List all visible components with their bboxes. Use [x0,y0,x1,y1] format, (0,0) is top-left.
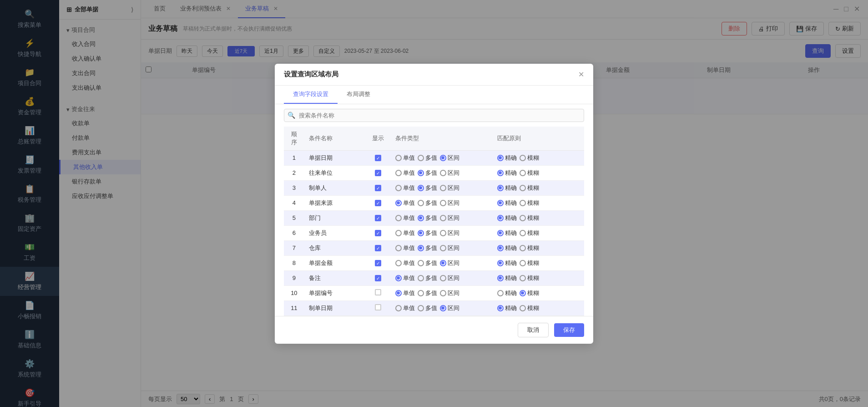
checkbox-checked[interactable]: ✓ [375,245,381,251]
radio-type-多值[interactable]: 多值 [418,154,437,162]
modal-table-container: 顺序 条件名称 显示 条件类型 匹配原则 1单据日期✓单值多值区间精确模糊2往来… [275,127,593,316]
radio-type-单值[interactable]: 单值 [395,214,415,222]
radio-circle [418,185,424,191]
radio-type-多值[interactable]: 多值 [418,259,437,267]
radio-match-模糊[interactable]: 模糊 [520,244,539,252]
radio-type-区间[interactable]: 区间 [440,154,459,162]
radio-circle [440,155,446,161]
radio-match-精确[interactable]: 精确 [497,154,517,162]
modal-cancel-button[interactable]: 取消 [518,323,549,337]
radio-type-多值[interactable]: 多值 [418,229,437,237]
radio-type-多值[interactable]: 多值 [418,304,437,312]
radio-type-单值[interactable]: 单值 [395,244,415,252]
radio-type-单值[interactable]: 单值 [395,169,415,177]
radio-type-区间[interactable]: 区间 [440,244,459,252]
radio-circle [497,290,504,296]
radio-type-区间[interactable]: 区间 [440,214,459,222]
table-row: 1单据日期✓单值多值区间精确模糊 [284,150,584,165]
radio-type-区间[interactable]: 区间 [440,169,459,177]
radio-match-精确[interactable]: 精确 [497,289,517,297]
radio-type-单值[interactable]: 单值 [395,199,415,207]
modal-tab-fields[interactable]: 查询字段设置 [284,86,338,104]
radio-type-单值[interactable]: 单值 [395,229,415,237]
radio-match-模糊[interactable]: 模糊 [520,289,539,297]
radio-circle [497,275,504,281]
radio-circle [395,185,402,191]
checkbox-checked[interactable]: ✓ [375,260,381,266]
radio-circle [520,290,526,296]
checkbox-empty[interactable] [375,304,381,310]
radio-match-精确[interactable]: 精确 [497,304,517,312]
radio-type-单值[interactable]: 单值 [395,154,415,162]
radio-type-多值[interactable]: 多值 [418,169,437,177]
radio-match-精确[interactable]: 精确 [497,214,517,222]
radio-match-模糊[interactable]: 模糊 [520,169,539,177]
modal-body: 查询字段设置 布局调整 🔍 顺序 条件名称 [275,86,593,316]
radio-type-区间[interactable]: 区间 [440,259,459,267]
radio-circle [395,200,402,206]
radio-circle [497,155,504,161]
radio-type-区间[interactable]: 区间 [440,289,459,297]
modal-tab-layout[interactable]: 布局调整 [338,86,379,104]
radio-type-单值[interactable]: 单值 [395,184,415,192]
radio-circle [520,260,526,266]
radio-match-模糊[interactable]: 模糊 [520,199,539,207]
radio-circle [520,230,526,236]
radio-match-精确[interactable]: 精确 [497,229,517,237]
modal-search-input[interactable] [284,109,584,122]
radio-type-区间[interactable]: 区间 [440,304,459,312]
modal-save-button[interactable]: 保存 [554,323,584,337]
radio-type-单值[interactable]: 单值 [395,274,415,282]
radio-match-精确[interactable]: 精确 [497,169,517,177]
checkbox-checked[interactable]: ✓ [375,200,381,206]
radio-match-模糊[interactable]: 模糊 [520,184,539,192]
radio-circle [520,185,526,191]
modal-close-button[interactable]: ✕ [578,70,584,79]
radio-type-区间[interactable]: 区间 [440,199,459,207]
modal-fields-table: 顺序 条件名称 显示 条件类型 匹配原则 1单据日期✓单值多值区间精确模糊2往来… [284,127,584,316]
checkbox-empty[interactable] [375,289,381,295]
checkbox-checked[interactable]: ✓ [375,185,381,191]
radio-type-多值[interactable]: 多值 [418,274,437,282]
modal-dialog: 设置查询区域布局 ✕ 查询字段设置 布局调整 🔍 [275,64,593,344]
checkbox-checked[interactable]: ✓ [375,155,381,161]
radio-type-多值[interactable]: 多值 [418,199,437,207]
radio-match-模糊[interactable]: 模糊 [520,304,539,312]
checkbox-checked[interactable]: ✓ [375,275,381,281]
radio-type-单值[interactable]: 单值 [395,289,415,297]
radio-type-单值[interactable]: 单值 [395,304,415,312]
radio-circle [440,290,446,296]
checkbox-checked[interactable]: ✓ [375,215,381,221]
radio-match-精确[interactable]: 精确 [497,259,517,267]
radio-match-精确[interactable]: 精确 [497,184,517,192]
radio-match-精确[interactable]: 精确 [497,199,517,207]
checkbox-checked[interactable]: ✓ [375,230,381,236]
radio-match-模糊[interactable]: 模糊 [520,229,539,237]
radio-type-多值[interactable]: 多值 [418,184,437,192]
radio-match-模糊[interactable]: 模糊 [520,154,539,162]
radio-type-单值[interactable]: 单值 [395,259,415,267]
radio-match-模糊[interactable]: 模糊 [520,214,539,222]
radio-type-多值[interactable]: 多值 [418,244,437,252]
radio-circle [418,260,424,266]
radio-match-精确[interactable]: 精确 [497,244,517,252]
radio-match-精确[interactable]: 精确 [497,274,517,282]
radio-circle [440,200,446,206]
radio-type-多值[interactable]: 多值 [418,289,437,297]
radio-circle [395,290,402,296]
radio-type-区间[interactable]: 区间 [440,229,459,237]
radio-type-区间[interactable]: 区间 [440,274,459,282]
modal-overlay[interactable]: 设置查询区域布局 ✕ 查询字段设置 布局调整 🔍 [0,0,868,407]
table-row: 7仓库✓单值多值区间精确模糊 [284,240,584,255]
radio-circle [395,275,402,281]
radio-circle [520,200,526,206]
radio-circle [440,245,446,251]
radio-match-模糊[interactable]: 模糊 [520,259,539,267]
checkbox-checked[interactable]: ✓ [375,170,381,176]
radio-circle [497,200,504,206]
radio-type-多值[interactable]: 多值 [418,214,437,222]
radio-circle [418,200,424,206]
radio-match-模糊[interactable]: 模糊 [520,274,539,282]
radio-type-区间[interactable]: 区间 [440,184,459,192]
radio-circle [497,185,504,191]
